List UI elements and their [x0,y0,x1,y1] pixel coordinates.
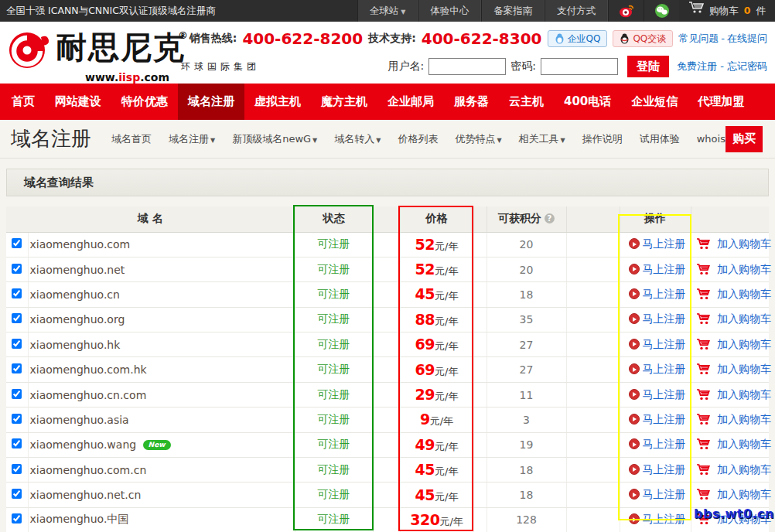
subnav-item-3[interactable]: 新顶级域名newG▼ [232,132,317,146]
enterprise-qq-button[interactable]: 企业QQ [548,30,608,47]
register-now-link[interactable]: 马上注册 [643,438,686,450]
login-button[interactable]: 登陆 [627,56,669,77]
free-register-link[interactable]: 免费注册 [677,60,717,72]
register-now-link[interactable]: 马上注册 [643,363,686,375]
qq-chat-button[interactable]: QQ交谈 [613,30,673,47]
domain-checkbox[interactable] [12,288,22,298]
domain-checkbox[interactable] [12,313,22,323]
price-cell: 52元/年 [400,257,473,281]
topbar-link-3[interactable]: 备案指南 [481,0,545,22]
register-now-link[interactable]: 马上注册 [643,413,686,425]
table-row: xiaomenghuo.中国 New 可注册 320元/年 128 马上注册 加… [6,507,769,532]
subnav-item-7[interactable]: 相关工具▼ [519,132,565,146]
domain-checkbox[interactable] [12,389,22,399]
domain-checkbox[interactable] [12,264,22,274]
price-cell: 29元/年 [400,382,473,407]
add-to-cart-link[interactable]: 加入购物车 [717,288,771,300]
price-cell: 52元/年 [400,232,473,257]
subnav-item-8[interactable]: 操作说明 [582,132,623,146]
forgot-password-link[interactable]: 忘记密码 [727,60,767,72]
add-cart-icon [696,263,717,275]
nav-item-7[interactable]: 企业邮局 [377,84,444,120]
domain-name: xiaomenghuo.com [30,238,131,251]
register-now-link[interactable]: 马上注册 [643,488,686,500]
table-row: xiaomenghuo.net New 可注册 52元/年 20 马上注册 加入… [6,257,769,281]
domain-checkbox[interactable] [12,363,22,373]
topbar-link-2[interactable]: 体验中心 [418,0,481,22]
register-now-link[interactable]: 马上注册 [643,288,686,300]
table-row: xiaomenghuo.net.cn New 可注册 45元/年 18 马上注册… [6,483,769,507]
register-now-link[interactable]: 马上注册 [643,263,686,275]
nav-item-9[interactable]: 云主机 [499,84,554,120]
add-to-cart-link[interactable]: 加入购物车 [717,363,771,375]
cart-link[interactable]: 购物车 0 件 [679,0,775,22]
cart-label: 购物车 [709,0,739,22]
domain-checkbox[interactable] [12,438,22,448]
domain-checkbox[interactable] [12,513,22,523]
wechat-icon[interactable] [644,0,679,22]
new-badge: New [143,440,171,450]
register-now-link[interactable]: 马上注册 [643,463,686,476]
register-now-link[interactable]: 马上注册 [643,237,686,250]
add-cart-icon [696,288,717,300]
nav-item-1[interactable]: 首页 [2,84,45,120]
add-to-cart-link[interactable]: 加入购物车 [717,438,771,450]
add-to-cart-link[interactable]: 加入购物车 [717,338,771,350]
add-to-cart-link[interactable]: 加入购物车 [717,488,771,500]
points-value: 128 [487,507,566,532]
price-value: 69 [415,336,435,353]
buy-button[interactable]: 购买 [725,126,763,152]
nav-item-4[interactable]: 域名注册 [178,84,244,120]
nav-item-11[interactable]: 企业短信 [621,84,688,120]
add-to-cart-link[interactable]: 加入购物车 [717,413,771,425]
add-to-cart-link[interactable]: 加入购物车 [717,312,771,325]
subnav-item-5[interactable]: 价格列表 [398,132,438,146]
add-cart-icon [696,463,717,476]
add-to-cart-link[interactable]: 加入购物车 [717,463,771,476]
nav-item-6[interactable]: 魔方主机 [311,84,377,120]
online-ask-link[interactable]: 在线提问 [727,32,767,44]
domain-checkbox[interactable] [12,414,22,424]
results-section-title: 域名查询结果 [6,169,769,196]
nav-item-8[interactable]: 服务器 [444,84,499,120]
password-label: 密码: [510,60,536,73]
topbar-link-1[interactable]: 全球站▼ [357,0,418,22]
domain-checkbox[interactable] [12,238,22,248]
domain-subnav: 域名注册 域名首页域名注册▼新顶级域名newG▼域名转入▼价格列表优势特点▼相关… [0,120,775,159]
nav-item-3[interactable]: 特价优惠 [111,84,178,120]
add-to-cart-link[interactable]: 加入购物车 [717,388,771,401]
subnav-item-10[interactable]: whois [697,133,725,145]
topbar-link-4[interactable]: 支付方式 [545,0,608,22]
nav-item-12[interactable]: 代理加盟 [688,84,754,120]
col-header-points: 可获积分? [487,206,566,232]
points-help-icon[interactable]: ? [545,213,555,223]
weibo-icon[interactable] [608,0,644,22]
nav-item-5[interactable]: 虚拟主机 [244,84,311,120]
subnav-item-2[interactable]: 域名注册▼ [169,132,215,146]
register-now-link[interactable]: 马上注册 [643,338,686,350]
subnav-item-1[interactable]: 域名首页 [111,132,152,146]
add-to-cart-link[interactable]: 加入购物车 [717,237,771,250]
subnav-item-6[interactable]: 优势特点▼ [455,132,501,146]
password-input[interactable] [541,58,618,75]
register-now-link[interactable]: 马上注册 [643,513,686,525]
faq-link[interactable]: 常见问题 [678,32,719,44]
add-to-cart-link[interactable]: 加入购物车 [717,263,771,275]
subnav-item-4[interactable]: 域名转入▼ [334,132,381,146]
logo-group-name: 环球国际集团 [181,60,260,73]
status-label: 可注册 [318,388,350,401]
qq-penguin-blue-icon [555,33,565,44]
watermark: bbs.wt0.cn [694,506,774,521]
subnav-item-9[interactable]: 试用体验 [640,132,680,146]
table-row: xiaomenghuo.org New 可注册 88元/年 35 马上注册 加入… [6,307,769,332]
register-now-link[interactable]: 马上注册 [643,388,686,401]
register-now-link[interactable]: 马上注册 [643,312,686,325]
register-icon [629,489,640,500]
username-input[interactable] [428,58,506,75]
domain-checkbox[interactable] [12,339,22,349]
logo-url: www.iisp.com [85,71,169,84]
domain-checkbox[interactable] [12,489,22,499]
nav-item-2[interactable]: 网站建设 [45,84,111,120]
domain-checkbox[interactable] [12,464,22,474]
nav-item-10[interactable]: 400电话 [554,84,621,120]
